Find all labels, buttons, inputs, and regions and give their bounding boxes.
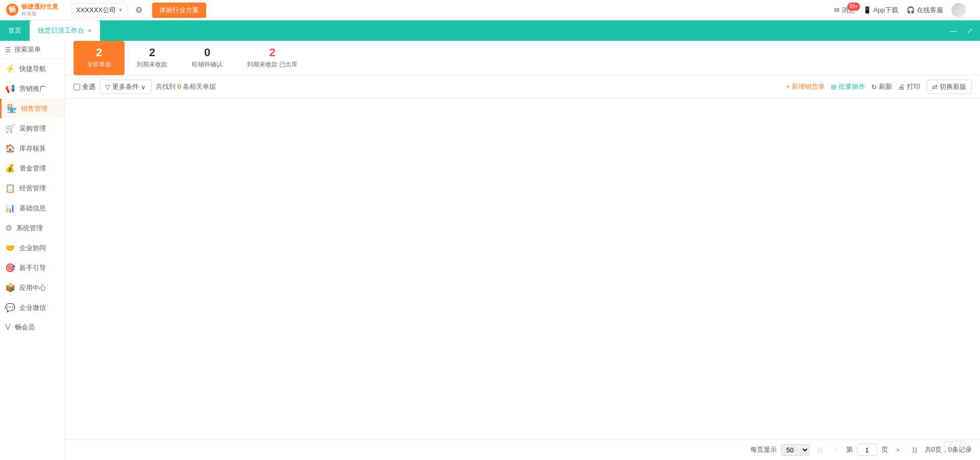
page-size-label: 每页显示 <box>750 445 777 454</box>
close-icon[interactable]: ✕ <box>87 28 92 34</box>
sidebar-label-finance: 资金管理 <box>19 164 46 173</box>
sidebar-item-sales[interactable]: 🏪 销售管理 <box>0 99 65 118</box>
sidebar-item-finance[interactable]: 💰 资金管理 <box>0 158 65 178</box>
avatar[interactable] <box>951 3 966 17</box>
print-button[interactable]: 🖨 打印 <box>898 82 920 91</box>
tab-home[interactable]: 首页 <box>0 20 30 41</box>
sidebar-label-sales: 销售管理 <box>21 104 47 113</box>
sidebar-item-operation[interactable]: 📋 经营管理 <box>0 178 65 198</box>
stat-tab-pending[interactable]: 0 旺铺待确认 <box>180 41 235 75</box>
prev-page-button[interactable]: ＜ <box>830 444 842 456</box>
search-icon: ☰ <box>5 46 11 54</box>
sidebar-item-wechat-work[interactable]: 💬 企业微信 <box>0 298 65 318</box>
sidebar-item-vip[interactable]: V 畅会员 <box>0 318 65 337</box>
sidebar-icon-newbie: 🎯 <box>5 263 15 273</box>
sidebar-label-app-center: 应用中心 <box>19 283 46 293</box>
chevron-down-icon: ▼ <box>118 7 123 13</box>
logo-sub: 标准版 <box>21 11 58 17</box>
sidebar-item-enterprise[interactable]: 🤝 企业协同 <box>0 238 65 258</box>
sidebar-search[interactable]: ☰ 搜索菜单 <box>0 41 65 59</box>
last-page-button[interactable]: ⟩⟩ <box>909 444 921 456</box>
sidebar-icon-finance: 💰 <box>5 163 15 173</box>
sidebar-icon-sales: 🏪 <box>7 104 17 113</box>
sidebar-icon-purchase: 🛒 <box>5 124 15 133</box>
message-badge: 99+ <box>847 3 860 11</box>
stats-tabs: 2 全部单据 2 到期未收款 0 旺铺待确认 2 到期未收款 已出库 <box>65 41 980 76</box>
sidebar-label-quick-nav: 快捷导航 <box>19 64 46 74</box>
sidebar-item-inventory[interactable]: 🏠 库存核算 <box>0 138 65 158</box>
total-info: 共0页，0条记录 <box>925 445 972 454</box>
first-page-button[interactable]: ⟨⟨ <box>814 444 826 456</box>
sidebar-label-vip: 畅会员 <box>15 323 35 332</box>
switch-version-button[interactable]: ⇄ 切换新版 <box>926 80 972 94</box>
stat-tab-all[interactable]: 2 全部单据 <box>74 41 125 75</box>
sidebar-item-quick-nav[interactable]: ⚡ 快捷导航 <box>0 59 65 79</box>
logo-icon: 畅 <box>6 4 18 16</box>
sidebar-icon-marketing: 📢 <box>5 84 15 93</box>
print-icon: 🖨 <box>898 83 905 91</box>
phone-icon: 📱 <box>863 6 871 14</box>
experience-button[interactable]: 体验行业方案 <box>152 3 206 18</box>
sidebar: ☰ 搜索菜单 ⚡ 快捷导航 📢 营销推广 🏪 销售管理 🛒 采购管理 🏠 库存核… <box>0 41 65 460</box>
stat-label-all: 全部单据 <box>87 60 111 69</box>
select-all-checkbox[interactable]: 全选 <box>74 82 95 91</box>
refresh-button[interactable]: ↻ 刷新 <box>871 82 892 91</box>
sidebar-label-newbie: 新手引导 <box>19 263 46 273</box>
minimize-icon[interactable]: — <box>947 25 960 37</box>
settings-icon[interactable]: ⚙ <box>132 3 146 17</box>
pagination: 每页显示 50 20 100 ⟨⟨ ＜ 第 页 ＞ ⟩⟩ 共0页，0条记录 <box>65 439 980 460</box>
sidebar-label-system: 系统管理 <box>16 224 43 233</box>
next-page-button[interactable]: ＞ <box>892 444 904 456</box>
sidebar-icon-system: ⚙ <box>5 223 12 233</box>
headset-icon: 🎧 <box>906 6 915 14</box>
select-all-input[interactable] <box>74 84 80 90</box>
tab-home-label: 首页 <box>8 26 21 35</box>
tab-bar-actions: — ⤢ <box>947 25 980 37</box>
sidebar-icon-quick-nav: ⚡ <box>5 64 15 74</box>
app-download-btn[interactable]: 📱 App下载 <box>863 6 898 15</box>
toolbar: 全选 ▽ 更多条件 ∨ 共找到 0 条相关单据 + 新增销货单 ⊞ 批量操作 <box>65 76 980 99</box>
sidebar-item-basic[interactable]: 📊 基础信息 <box>0 198 65 218</box>
sidebar-item-purchase[interactable]: 🛒 采购管理 <box>0 118 65 138</box>
logo-text: 畅捷通好生意 标准版 <box>21 3 58 16</box>
sidebar-icon-app-center: 📦 <box>5 283 15 293</box>
sidebar-icon-basic: 📊 <box>5 203 15 213</box>
tab-cashflow-label: 钱货日清工作台 <box>38 26 84 35</box>
stat-num-pending: 0 <box>204 46 210 59</box>
stat-label-overdue: 到期未收款 <box>137 60 167 69</box>
found-unit: 条相关单据 <box>183 83 216 90</box>
filter-button[interactable]: ▽ 更多条件 ∨ <box>100 80 152 94</box>
message-btn[interactable]: ✉ 消息 99+ <box>834 6 855 15</box>
stat-num-overdue-shipped: 2 <box>270 46 276 59</box>
page-text-suffix: 页 <box>881 445 888 454</box>
found-prefix: 共找到 <box>156 83 176 90</box>
online-service-btn[interactable]: 🎧 在线客服 <box>906 6 943 15</box>
switch-icon: ⇄ <box>932 83 938 91</box>
sidebar-icon-vip: V <box>5 323 11 332</box>
batch-icon: ⊞ <box>831 83 837 91</box>
company-selector[interactable]: XXXXXX公司 ▼ <box>71 3 128 17</box>
sidebar-label-inventory: 库存核算 <box>19 144 46 153</box>
page-size-select[interactable]: 50 20 100 <box>781 444 810 456</box>
table-area <box>65 99 980 439</box>
stat-tab-overdue[interactable]: 2 到期未收款 <box>125 41 180 75</box>
sidebar-label-enterprise: 企业协同 <box>19 244 46 253</box>
page-input[interactable] <box>857 444 877 456</box>
batch-operation-button[interactable]: ⊞ 批量操作 <box>831 82 865 91</box>
sidebar-item-system[interactable]: ⚙ 系统管理 <box>0 218 65 238</box>
sidebar-label-purchase: 采购管理 <box>19 124 46 133</box>
stat-tab-overdue-shipped[interactable]: 2 到期未收款 已出库 <box>235 41 310 75</box>
chevron-down-icon: ∨ <box>141 83 146 91</box>
sidebar-item-newbie[interactable]: 🎯 新手引导 <box>0 258 65 278</box>
stat-num-overdue: 2 <box>149 46 155 59</box>
maximize-icon[interactable]: ⤢ <box>964 25 976 37</box>
tab-cashflow[interactable]: 钱货日清工作台 ✕ <box>30 20 100 41</box>
sidebar-icon-enterprise: 🤝 <box>5 243 15 253</box>
empty-placeholder <box>65 99 980 439</box>
sidebar-label-basic: 基础信息 <box>19 204 46 213</box>
toolbar-right: + 新增销货单 ⊞ 批量操作 ↻ 刷新 🖨 打印 ⇄ 切换新版 <box>786 80 972 94</box>
toolbar-left: 全选 ▽ 更多条件 ∨ 共找到 0 条相关单据 <box>74 80 216 94</box>
add-sale-order-button[interactable]: + 新增销货单 <box>786 82 825 91</box>
sidebar-item-app-center[interactable]: 📦 应用中心 <box>0 278 65 298</box>
sidebar-item-marketing[interactable]: 📢 营销推广 <box>0 79 65 99</box>
